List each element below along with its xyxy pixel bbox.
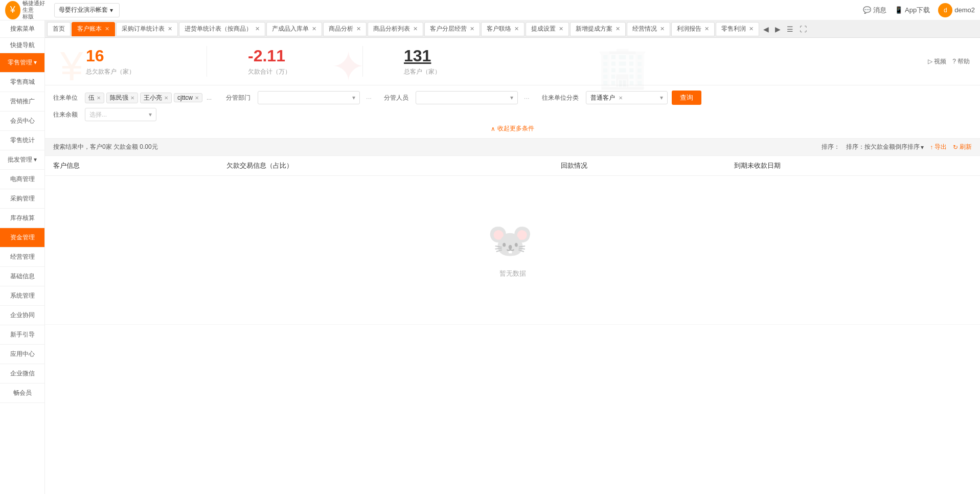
tab-close-经营情况[interactable]: ✕ — [660, 26, 665, 32]
filter-往来余额-select[interactable]: 选择... ▾ — [85, 108, 156, 121]
refresh-button[interactable]: ↻ 刷新 — [953, 143, 972, 151]
filter-tag-陈民强[interactable]: 陈民强 ✕ — [106, 93, 138, 103]
collapse-section: ∧ 收起更多条件 — [53, 124, 972, 133]
filter-分管人员-select[interactable]: ▾ — [416, 91, 518, 104]
table-header: 客户信息 欠款交易信息（占比） 回款情况 到期未收款日期 — [45, 156, 980, 176]
sidebar-item-企业协同[interactable]: 企业协同 — [0, 306, 44, 325]
tab-客户分层经营[interactable]: 客户分层经营 ✕ — [424, 22, 480, 36]
filter-往来余额-label: 往来余额 — [53, 110, 78, 119]
tab-提成设置[interactable]: 提成设置 ✕ — [526, 22, 569, 36]
filter-tag-伍[interactable]: 伍 ✕ — [85, 93, 104, 103]
filter-tags: 伍 ✕ 陈民强 ✕ 王小亮 ✕ — [85, 93, 214, 103]
tab-nav-right[interactable]: ▶ — [772, 22, 784, 36]
col-到期未收款日期: 到期未收款日期 — [726, 156, 980, 176]
tag-close-伍[interactable]: ✕ — [97, 95, 101, 101]
message-icon: 💬 — [863, 6, 871, 14]
stat-debt-customers-label: 总欠款客户（家） — [86, 68, 135, 76]
sidebar-item-畅会员[interactable]: 畅会员 — [0, 384, 44, 403]
sidebar-item-会员中心[interactable]: 会员中心 — [0, 111, 44, 131]
avatar: d — [938, 3, 952, 17]
stat-block-total-customers: 131 总客户（家） — [404, 47, 441, 76]
col-欠款交易信息: 欠款交易信息（占比） — [218, 156, 553, 176]
chevron-down-icon-2: ▾ — [510, 94, 513, 101]
tab-close-利润报告[interactable]: ✕ — [704, 26, 709, 32]
stat-bg-icon-3: 🏢 — [597, 43, 648, 91]
stat-bg-icon-1: ¥ — [60, 43, 83, 90]
stat-block-debt-total: -2.11 欠款合计（万） — [248, 47, 291, 76]
sidebar-item-经营管理[interactable]: 经营管理 — [0, 248, 44, 267]
tab-客户账本[interactable]: 客户账本 ✕ — [72, 22, 115, 36]
sidebar-item-批发管理[interactable]: 批发管理 ▾ — [0, 150, 44, 170]
sidebar-item-基础信息[interactable]: 基础信息 — [0, 267, 44, 286]
no-data-icon: 🐭 — [487, 222, 538, 259]
stat-divider-1 — [207, 46, 207, 77]
sidebar-item-企业微信[interactable]: 企业微信 — [0, 364, 44, 384]
filter-row-1: 往来单位 伍 ✕ 陈民强 ✕ 王小亮 — [53, 91, 972, 105]
sidebar-item-电商管理[interactable]: 电商管理 — [0, 170, 44, 189]
tab-close-进货单统计表[interactable]: ✕ — [255, 26, 260, 32]
tab-产成品入库单[interactable]: 产成品入库单 ✕ — [266, 22, 322, 36]
sidebar-quick-nav[interactable]: 快捷导航 — [0, 38, 44, 53]
tab-利润报告[interactable]: 利润报告 ✕ — [671, 22, 715, 36]
sidebar-item-采购管理[interactable]: 采购管理 — [0, 189, 44, 209]
collapse-button[interactable]: ∧ 收起更多条件 — [491, 124, 534, 133]
help-button[interactable]: ? 帮助 — [952, 57, 970, 66]
tab-close-产成品入库单[interactable]: ✕ — [312, 26, 316, 32]
sidebar-item-零售管理[interactable]: 零售管理 ▾ — [0, 53, 44, 73]
filter-分管部门-more[interactable]: ··· — [366, 94, 372, 102]
sidebar-search[interactable]: 搜索菜单 — [0, 20, 44, 38]
tab-商品分析列表[interactable]: 商品分析列表 ✕ — [368, 22, 423, 36]
tab-close-新增提成方案[interactable]: ✕ — [616, 26, 620, 32]
tag-close-cjttcw[interactable]: ✕ — [195, 95, 199, 101]
filter-tag-cjttcw[interactable]: cjttcw ✕ — [174, 93, 202, 102]
tab-采购订单统计表[interactable]: 采购订单统计表 ✕ — [116, 22, 178, 36]
tab-首页[interactable]: 首页 — [47, 22, 71, 36]
filter-分管人员-more[interactable]: ··· — [524, 94, 530, 102]
query-button[interactable]: 查询 — [672, 91, 701, 105]
tag-close-普通客户[interactable]: ✕ — [619, 95, 623, 101]
tab-close-商品分析[interactable]: ✕ — [356, 26, 361, 32]
tab-商品分析[interactable]: 商品分析 ✕ — [323, 22, 367, 36]
sidebar-item-新手引导[interactable]: 新手引导 — [0, 325, 44, 345]
data-table: 客户信息 欠款交易信息（占比） 回款情况 到期未收款日期 — [45, 156, 980, 325]
empty-state: 🐭 暂无数据 — [53, 181, 972, 319]
video-button[interactable]: ▷ 视频 — [928, 57, 946, 66]
sidebar-item-资金管理[interactable]: 资金管理 — [0, 228, 44, 248]
export-button[interactable]: ↑ 导出 — [930, 143, 947, 151]
tab-close-客户联络[interactable]: ✕ — [514, 26, 519, 32]
tab-close-客户分层经营[interactable]: ✕ — [470, 26, 474, 32]
tag-close-王小亮[interactable]: ✕ — [164, 95, 168, 101]
sidebar-item-零售商城[interactable]: 零售商城 — [0, 73, 44, 92]
sidebar-item-营销推广[interactable]: 营销推广 — [0, 92, 44, 111]
filter-bar: 往来单位 伍 ✕ 陈民强 ✕ 王小亮 — [45, 85, 980, 139]
app-download-button[interactable]: 📱 App下载 — [895, 6, 930, 15]
filter-往来单位分类-select[interactable]: 普通客户 ✕ ▾ — [586, 91, 668, 104]
tab-新增提成方案[interactable]: 新增提成方案 ✕ — [570, 22, 626, 36]
tab-经营情况[interactable]: 经营情况 ✕ — [627, 22, 670, 36]
stat-divider-2 — [362, 46, 363, 77]
tab-close-采购订单统计表[interactable]: ✕ — [168, 26, 172, 32]
sidebar-item-应用中心[interactable]: 应用中心 — [0, 345, 44, 364]
tab-零售利润[interactable]: 零售利润 ✕ — [716, 22, 759, 36]
filter-分管部门-select[interactable]: ▾ — [258, 91, 360, 104]
sidebar-item-系统管理[interactable]: 系统管理 — [0, 286, 44, 306]
tab-close-商品分析列表[interactable]: ✕ — [413, 26, 418, 32]
more-tags-button[interactable]: ... — [204, 94, 214, 102]
tag-close-陈民强[interactable]: ✕ — [130, 95, 134, 101]
sort-button[interactable]: 排序：按欠款金额倒序排序 ▾ — [846, 143, 924, 151]
tab-fullscreen[interactable]: ⛶ — [796, 22, 810, 36]
tab-close-客户账本[interactable]: ✕ — [105, 26, 109, 32]
tab-nav-left[interactable]: ◀ — [760, 22, 772, 36]
sidebar-item-库存核算[interactable]: 库存核算 — [0, 209, 44, 228]
filter-tag-王小亮[interactable]: 王小亮 ✕ — [140, 93, 172, 103]
tab-客户联络[interactable]: 客户联络 ✕ — [481, 22, 525, 36]
sidebar-item-零售统计[interactable]: 零售统计 — [0, 131, 44, 150]
tab-close-提成设置[interactable]: ✕ — [559, 26, 563, 32]
tab-close-零售利润[interactable]: ✕ — [749, 26, 754, 32]
user-menu[interactable]: d demo2 — [938, 3, 975, 17]
stats-bar: ¥ ✦ 🏢 16 总欠款客户（家） -2.11 欠款合计（万） 131 — [45, 38, 980, 85]
tab-进货单统计表[interactable]: 进货单统计表（按商品） ✕ — [179, 22, 265, 36]
store-selector[interactable]: 母婴行业演示帐套 ▾ — [54, 3, 120, 17]
message-button[interactable]: 💬 消息 — [863, 6, 886, 15]
tab-nav-menu[interactable]: ☰ — [784, 22, 796, 36]
